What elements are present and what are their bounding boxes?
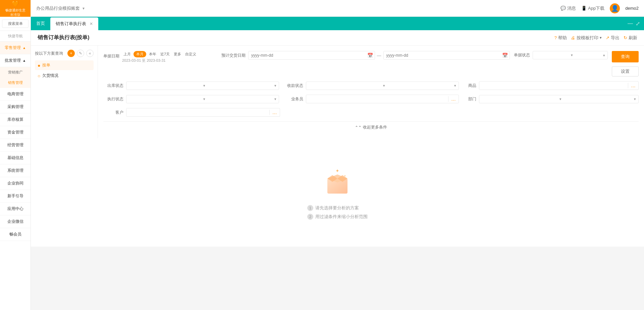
sidebar-sub-item-marketing[interactable]: 营销推广 [0, 67, 31, 78]
tip-text-2: 用过滤条件来缩小分析范围 [315, 214, 368, 220]
date-btn-custom[interactable]: 自定义 [184, 51, 198, 57]
goods-input[interactable] [479, 82, 628, 90]
message-label: 消息 [567, 5, 576, 11]
expected-date-to-calendar-icon[interactable]: 📅 [502, 53, 508, 58]
date-btn-current-month[interactable]: 本月 [133, 51, 146, 57]
tab-close-icon[interactable]: ✕ [90, 21, 93, 26]
sidebar-item-inventory[interactable]: 库存核算 [0, 113, 31, 126]
topbar-left: 办公用品行业模拟账套 ▾ [36, 5, 85, 11]
add-filter-button[interactable]: + [67, 50, 75, 57]
tab-sales-exec[interactable]: 销售订单执行表 ✕ [50, 17, 98, 30]
order-status-wrapper: ▾ [533, 51, 608, 59]
help-button[interactable]: ? 帮助 [554, 35, 567, 41]
date-btn-7days[interactable]: 近7天 [159, 51, 171, 57]
tab-maximize-icon[interactable]: ⤢ [636, 20, 640, 27]
sidebar-item-finance[interactable]: 资金管理 [0, 126, 31, 139]
search-menu-button[interactable]: 搜索菜单 [2, 19, 29, 28]
topbar-title: 办公用品行业模拟账套 [36, 5, 80, 11]
tip-num-1: 1 [307, 205, 313, 211]
query-button[interactable]: 查询 [612, 51, 639, 62]
payment-status-dropdown[interactable]: ▾ [306, 82, 459, 90]
sidebar-item-member[interactable]: 畅会员 [0, 228, 31, 241]
customer-dots-button[interactable]: … [269, 110, 280, 115]
logo-sub: 标准版 [10, 12, 20, 17]
salesperson-input[interactable] [306, 95, 448, 103]
sidebar-item-wechat[interactable]: 企业微信 [0, 215, 31, 228]
sidebar-item-ecommerce[interactable]: 电商管理 [0, 88, 31, 101]
goods-label: 商品 [463, 83, 476, 89]
avatar-image: 👤 [611, 5, 619, 12]
export-button[interactable]: ↗ 导出 [606, 35, 620, 41]
date-btn-current-year[interactable]: 本年 [148, 51, 158, 57]
filter-item-by-debt[interactable]: ○ 欠货情况 [35, 71, 94, 81]
sidebar-sub-item-sales[interactable]: 销售管理 [0, 78, 31, 88]
topbar-dropdown-icon[interactable]: ▾ [83, 6, 85, 11]
sidebar-item-retail[interactable]: 零售管理 ▲ [0, 42, 31, 54]
expected-date-from[interactable] [248, 51, 375, 60]
filter-left-panel: 按以下方案查询 + ✎ « ● 按单 ○ 欠货情况 [31, 46, 98, 138]
sidebar-item-enterprise[interactable]: 企业协同 [0, 177, 31, 190]
quick-nav-button[interactable]: 快捷导航 [0, 31, 31, 42]
ship-status-label: 出库状态 [103, 83, 123, 89]
sidebar-item-basic[interactable]: 基础信息 [0, 152, 31, 164]
page-title: 销售订单执行表(按单) [38, 34, 90, 41]
retail-expand-icon: ▲ [22, 46, 26, 50]
filter-item-order-icon: ● [38, 63, 40, 68]
collapse-filter-button[interactable]: « [86, 50, 94, 57]
set-button[interactable]: 设置 [612, 66, 639, 76]
sidebar-item-system[interactable]: 系统管理 [0, 164, 31, 177]
expected-date-from-calendar-icon[interactable]: 📅 [367, 53, 373, 58]
date-btn-more[interactable]: 更多 [172, 51, 182, 57]
export-icon: ↗ [606, 35, 609, 40]
filter-item-by-order[interactable]: ● 按单 [35, 60, 94, 70]
dept-arrow: ▾ [559, 97, 636, 101]
filter-panel-title-text: 按以下方案查询 [35, 51, 65, 56]
salesperson-dots-button[interactable]: … [448, 96, 459, 102]
order-status-arrow: ▾ [571, 53, 605, 57]
tab-minimize-icon[interactable]: — [628, 20, 633, 27]
collapse-filters-button[interactable]: ⌃⌃ 收起更多条件 [103, 121, 639, 133]
date-filter-wrapper: 上月 本月 本年 近7天 更多 自定义 2023-03-01 至 2023-03… [122, 51, 198, 63]
dept-wrapper: ▾ [479, 95, 639, 103]
order-status-label: 单据状态 [514, 52, 530, 58]
user-name[interactable]: demo2 [625, 6, 639, 11]
goods-input-wrapper: … [479, 81, 639, 90]
customer-input[interactable] [126, 108, 269, 116]
tip-text-1: 请先选择要分析的方案 [315, 205, 359, 211]
ship-status-arrow: ▾ [203, 84, 276, 88]
edit-filter-button[interactable]: ✎ [77, 50, 84, 57]
print-icon: 🖨 [571, 35, 575, 40]
help-label: 帮助 [558, 35, 567, 41]
collapse-filters-label: 收起更多条件 [363, 124, 387, 130]
refresh-button[interactable]: ↻ 刷新 [624, 35, 637, 41]
sidebar-item-purchase[interactable]: 采购管理 [0, 101, 31, 113]
empty-icon: ✦ ✦ [321, 165, 354, 199]
message-button[interactable]: 💬 消息 [560, 5, 576, 11]
date-btn-last-month[interactable]: 上月 [122, 51, 132, 57]
sidebar-item-operations[interactable]: 经营管理 [0, 139, 31, 152]
sidebar-logo: 🧡 畅捷通好生意 标准版 [0, 0, 31, 17]
expected-date-to[interactable] [383, 51, 510, 60]
filter-area: 按以下方案查询 + ✎ « ● 按单 ○ 欠货情况 [31, 46, 644, 138]
svg-text:✦: ✦ [344, 174, 346, 177]
exec-status-wrapper: ▾ [126, 95, 279, 103]
sidebar-item-newbie[interactable]: 新手引导 [0, 190, 31, 203]
filter-panel-title: 按以下方案查询 + ✎ « [35, 50, 94, 57]
user-avatar[interactable]: 👤 [610, 3, 620, 13]
sidebar-item-appcenter[interactable]: 应用中心 [0, 203, 31, 215]
goods-dots-button[interactable]: … [628, 83, 638, 88]
dept-dropdown[interactable]: ▾ [479, 95, 639, 103]
salesperson-input-wrapper: … [306, 95, 459, 103]
exec-status-label: 执行状态 [103, 96, 123, 102]
order-status-dropdown[interactable]: ▾ [533, 51, 608, 59]
export-label: 导出 [611, 35, 620, 41]
ship-status-dropdown[interactable]: ▾ [126, 82, 279, 90]
tab-home[interactable]: 首页 [31, 17, 50, 30]
empty-tip-1: 1 请先选择要分析的方案 [307, 205, 368, 211]
exec-status-dropdown[interactable]: ▾ [126, 95, 279, 103]
app-download-button[interactable]: 📱 App下载 [581, 5, 604, 11]
salesperson-label: 业务员 [283, 96, 303, 102]
payment-status-label: 收款状态 [283, 83, 303, 89]
print-button[interactable]: 🖨 按模板打印 ▾ [571, 35, 602, 41]
sidebar-item-wholesale[interactable]: 批发管理 ▲ [0, 54, 31, 67]
